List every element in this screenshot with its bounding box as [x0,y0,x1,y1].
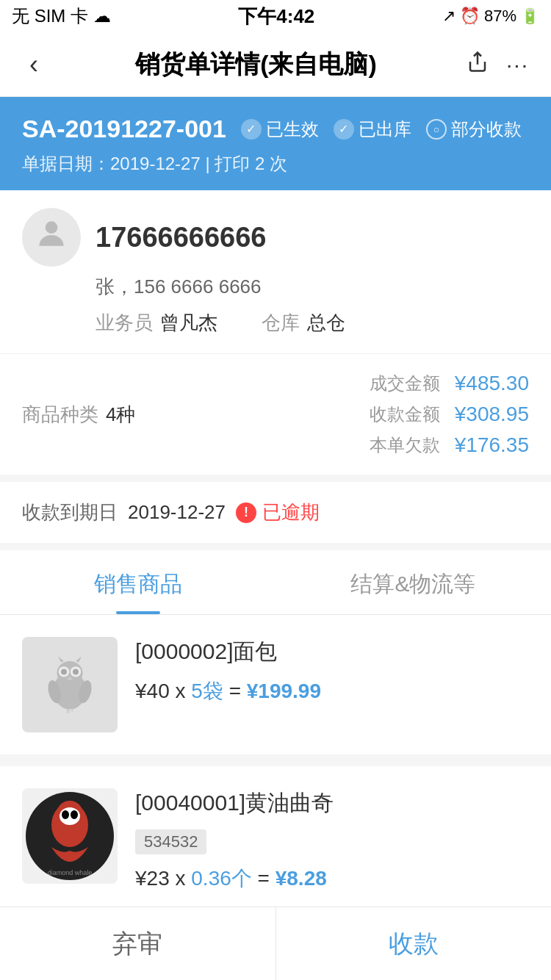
badge-shipped-label: 已出库 [359,118,411,141]
cancel-review-button[interactable]: 弃审 [0,907,276,980]
warehouse-value: 总仓 [307,310,345,336]
svg-point-0 [46,221,58,234]
trade-amount-row: 成交金额 ¥485.30 [370,372,529,395]
product-2-info: [00040001]黄油曲奇 534532 ¥23 x 0.36个 = ¥8.2… [135,788,529,893]
product-2-equals: = [258,867,276,890]
warehouse-detail: 仓库 总仓 [262,310,345,336]
product-2-total: ¥8.28 [276,867,327,890]
status-bar-left: 无 SIM 卡 ☁ [12,4,111,28]
trade-amount-value: ¥485.30 [455,372,529,395]
product-1-info: [0000002]面包 ¥40 x 5袋 = ¥199.99 [135,637,529,705]
warehouse-label: 仓库 [262,310,300,336]
owed-amount-row: 本单欠款 ¥176.35 [370,433,529,457]
back-button[interactable]: ‹ [22,42,46,87]
product-1-total: ¥199.99 [247,680,321,702]
badge-partial-label: 部分收款 [451,118,522,141]
collect-payment-label: 收款 [389,927,439,961]
alarm-icon: ⏰ [460,7,480,26]
overdue-label: 收款到期日 [22,500,118,525]
overdue-warning-icon: ! [236,502,256,523]
battery-status: 87% [484,7,516,26]
owed-amount-label: 本单欠款 [370,433,440,457]
product-type-label: 商品种类 [22,402,98,428]
tab-sales-goods[interactable]: 销售商品 [0,550,276,614]
badge-effective-label: 已生效 [266,118,319,141]
product-1-equals: = [229,680,247,702]
badge-effective: ✓ 已生效 [241,118,319,141]
customer-phone: 17666666666 [96,222,266,253]
collect-payment-button[interactable]: 收款 [276,907,552,980]
product-2-sku: 534532 [135,829,206,854]
avatar-icon [33,215,70,260]
product-2-thumbnail: diamond whale [22,788,118,884]
battery-icon: 🔋 [521,7,539,25]
product-1-price: ¥40 [135,680,170,702]
order-id: SA-20191227-001 [22,115,226,143]
badge-shipped: ✓ 已出库 [334,118,411,141]
product-2-name: [00040001]黄油曲奇 [135,788,529,818]
badge-partial-payment: ○ 部分收款 [426,118,522,141]
product-1-price-row: ¥40 x 5袋 = ¥199.99 [135,677,529,705]
check-icon-shipped: ✓ [334,119,354,140]
product-1-qty: 5袋 [191,680,223,702]
svg-point-6 [73,669,79,674]
order-banner: SA-20191227-001 ✓ 已生效 ✓ 已出库 ○ 部分收款 单据日期：… [0,97,551,190]
customer-section: 17666666666 张，156 6666 6666 业务员 曾凡杰 仓库 总… [0,190,551,354]
bottom-action-bar: 弃审 收款 [0,907,551,980]
product-type-count: 4种 [106,402,135,428]
sim-status: 无 SIM 卡 ☁ [12,4,111,28]
svg-point-5 [61,669,67,674]
product-1-name: [0000002]面包 [135,637,529,667]
location-icon: ↗ [442,7,455,26]
product-2-qty: 0.36个 [191,867,252,890]
svg-point-18 [71,810,78,819]
product-2-multiply: x [176,867,192,890]
customer-details: 业务员 曾凡杰 仓库 总仓 [96,310,529,336]
svg-marker-11 [76,657,82,663]
received-amount-row: 收款金额 ¥308.95 [370,403,529,426]
cancel-review-label: 弃审 [112,927,162,961]
status-bar-time: 下午4:42 [238,4,314,29]
trade-amount-label: 成交金额 [370,372,440,395]
customer-avatar [22,208,81,267]
nav-actions: ··· [467,51,529,79]
product-2-price-row: ¥23 x 0.36个 = ¥8.28 [135,865,529,893]
svg-text:diamond whale: diamond whale [48,869,93,876]
svg-point-17 [62,810,69,819]
tabs-row: 销售商品 结算&物流等 [0,550,551,614]
tab-settlement-label: 结算&物流等 [350,572,475,596]
share-icon[interactable] [467,51,489,79]
customer-name: 张，156 6666 6666 [96,274,529,300]
order-meta: 单据日期：2019-12-27 | 打印 2 次 [22,152,529,176]
salesperson-detail: 业务员 曾凡杰 [96,310,217,336]
product-item: diamond whale [00040001]黄油曲奇 534532 ¥23 … [0,766,551,915]
received-amount-value: ¥308.95 [455,403,529,426]
status-bar: 无 SIM 卡 ☁ 下午4:42 ↗ ⏰ 87% 🔋 [0,0,551,32]
product-1-multiply: x [176,680,192,702]
svg-marker-10 [58,657,64,663]
status-bar-right: ↗ ⏰ 87% 🔋 [442,7,539,26]
svg-text:鱼+: 鱼+ [66,708,73,713]
tab-settlement[interactable]: 结算&物流等 [276,550,551,614]
overdue-text: 已逾期 [262,500,320,525]
product-1-thumbnail: 鱼+ [22,637,118,732]
salesperson-value: 曾凡杰 [160,310,217,336]
owed-amount-value: ¥176.35 [455,433,529,457]
product-2-price: ¥23 [135,867,170,890]
tabs-section: 销售商品 结算&物流等 [0,550,551,615]
overdue-section: 收款到期日 2019-12-27 ! 已逾期 [0,482,551,550]
nav-bar: ‹ 销货单详情(来自电脑) ··· [0,32,551,97]
overdue-date: 2019-12-27 [128,501,226,524]
summary-section: 商品种类 4种 成交金额 ¥485.30 收款金额 ¥308.95 本单欠款 ¥… [0,354,551,482]
received-amount-label: 收款金额 [370,403,440,426]
check-icon-effective: ✓ [241,119,262,140]
clock-icon: ○ [426,119,447,140]
overdue-badge: ! 已逾期 [236,500,320,525]
product-item: 鱼+ [0000002]面包 ¥40 x 5袋 = ¥199.99 [0,615,551,754]
page-title: 销货单详情(来自电脑) [135,48,377,82]
tab-sales-goods-label: 销售商品 [94,572,182,596]
more-icon[interactable]: ··· [506,52,529,77]
salesperson-label: 业务员 [96,310,153,336]
